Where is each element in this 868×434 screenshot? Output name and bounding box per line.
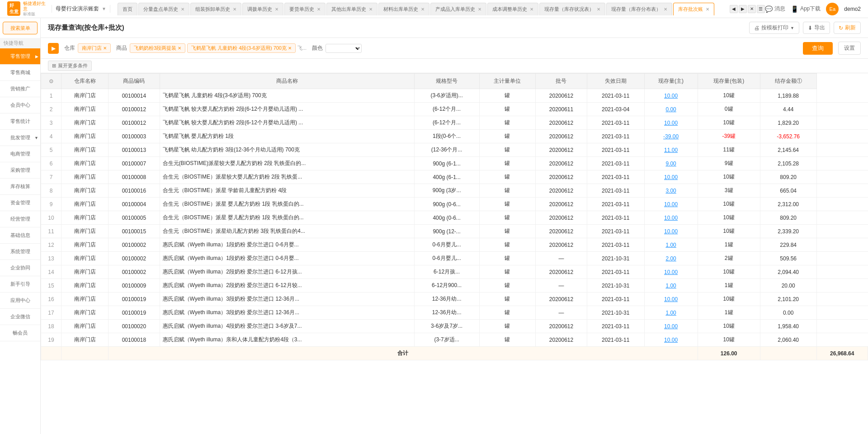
sidebar-item-7[interactable]: 采购管理 [0,162,40,179]
search-menu-btn[interactable]: 搜索菜单 [3,22,38,34]
tab-close-8[interactable]: ✕ [530,7,533,12]
gear-icon[interactable]: ⚙ [49,78,54,85]
tab-5[interactable]: 其他出库单历史✕ [326,3,377,15]
top-selector[interactable]: 母婴行业演示账套 [56,5,99,13]
color-select[interactable] [326,44,362,53]
warehouse-tag-0[interactable]: 南岸门店 ✕ [78,43,111,53]
tab-4[interactable]: 要货单历史✕ [284,3,326,15]
export-btn[interactable]: ⬇ 导出 [803,22,830,34]
cell-3: 合生元（BIOSTIME）派星 学龄前儿童配方奶粉 4段 [160,184,414,198]
search-btn[interactable]: 查询 [803,42,833,55]
cell-8[interactable]: 10.00 [644,211,698,225]
message-btn[interactable]: 💬 消息 [765,5,785,13]
cell-3: 飞鹤星飞帆 婴儿配方奶粉 1段 [160,130,414,143]
expand-more-btn[interactable]: ⊞ 展开更多条件 [48,61,92,71]
cell-8[interactable]: 10.00 [644,265,698,279]
template-print-btn[interactable]: 🖨 按模板打印 ▼ [749,22,799,34]
sidebar-item-16[interactable]: 企业微信 [0,309,40,325]
cell-4: 900g (0-6... [414,198,479,211]
product-label: 商品 [116,44,127,52]
tab-close-6[interactable]: ✕ [421,7,425,12]
cell-8[interactable]: 10.00 [644,320,698,333]
sidebar-item-15[interactable]: 应用中心 [0,292,40,309]
tab-6[interactable]: 材料出库单历史✕ [378,3,429,15]
tab-7[interactable]: 产成品入库单历史✕ [430,3,486,15]
tab-close-2[interactable]: ✕ [233,7,236,12]
warehouse-tag-close-0[interactable]: ✕ [103,46,107,51]
tab-0[interactable]: 首页 [118,3,137,15]
user-avatar[interactable]: Ea [826,3,839,15]
tab-close-10[interactable]: ✕ [664,7,667,12]
cell-8[interactable]: -39.00 [644,130,698,143]
sidebar-item-3[interactable]: 会员中心 [0,97,40,113]
sidebar-item-14[interactable]: 新手引导 [0,276,40,292]
sidebar-item-0[interactable]: 零售管理▶ [0,48,40,65]
cell-8[interactable]: 10.00 [644,198,698,211]
product-tag-1[interactable]: 飞鹤星飞帆 儿童奶粉 4段(3-6岁适用) 700克 ✕ [187,43,296,53]
cell-7: 2021-03-11 [587,130,644,143]
setting-btn[interactable]: 设置 [838,42,861,55]
tab-3[interactable]: 调拨单历史✕ [242,3,283,15]
cell-3: 合生元（BIOSTIME）派星幼儿配方奶粉 3段 乳铁蛋白的4... [160,225,414,238]
app-download-btn[interactable]: 📱 App下载 [791,5,821,13]
tab-close-11[interactable]: ✕ [706,7,709,12]
selector-arrow[interactable]: ▼ [102,6,106,11]
tab-close-9[interactable]: ✕ [597,7,600,12]
cell-8[interactable]: 2.00 [644,252,698,265]
cell-8[interactable]: 0.00 [644,103,698,116]
sidebar-item-1[interactable]: 零售商城 [0,65,40,81]
tab-close-7[interactable]: ✕ [478,7,481,12]
cell-1: 南岸门店 [61,157,108,170]
sidebar-item-10[interactable]: 经营管理 [0,211,40,227]
tab-9[interactable]: 现存量（库存状况表）✕ [539,3,605,15]
cell-8[interactable]: 3.00 [644,184,698,198]
tab-1[interactable]: 分量盘点单历史✕ [138,3,189,15]
cell-8[interactable]: 10.00 [644,89,698,103]
refresh-btn[interactable]: ↻ 刷新 [834,22,861,34]
tab-close-5[interactable]: ✕ [369,7,373,12]
tab-close-4[interactable]: ✕ [317,7,321,12]
cell-8[interactable]: 9.00 [644,157,698,170]
cell-8[interactable]: 10.00 [644,292,698,306]
product-tag-close-0[interactable]: ✕ [178,46,181,51]
table-row: 4南岸门店00100003飞鹤星飞帆 婴儿配方奶粉 1段1段(0-6个...罐2… [41,130,868,143]
cell-8[interactable]: 1.00 [644,238,698,252]
tab-close-3[interactable]: ✕ [275,7,278,12]
tab-11[interactable]: 库存批次账✕ [673,3,714,15]
sidebar-item-9[interactable]: 资金管理 [0,195,40,211]
sidebar-item-12[interactable]: 系统管理 [0,244,40,260]
tab-menu-btn[interactable]: ☰ [757,5,765,13]
sidebar-item-17[interactable]: 畅会员 [0,325,40,341]
sidebar-item-4[interactable]: 零售统计 [0,113,40,130]
cell-8[interactable]: 10.00 [644,170,698,184]
sidebar-item-8[interactable]: 库存核算 [0,179,40,195]
tab-close-1[interactable]: ✕ [181,7,184,12]
cell-8[interactable]: 10.00 [644,225,698,238]
cell-1: 南岸门店 [61,306,108,320]
cell-10: 0.00 [760,306,816,320]
sidebar-item-2[interactable]: 营销推广 [0,81,40,97]
cell-8[interactable]: 1.00 [644,306,698,320]
tab-8[interactable]: 成本调整单历史✕ [487,3,538,15]
cell-8[interactable]: 10.00 [644,116,698,130]
product-tag-close-1[interactable]: ✕ [288,46,292,51]
cell-2: 00100015 [108,225,160,238]
tab-close-btn[interactable]: ✕ [748,5,756,13]
tab-next-btn[interactable]: ▶ [739,5,747,13]
filter-expand-btn[interactable]: ▶ [48,43,59,54]
sidebar-item-11[interactable]: 基础信息 [0,227,40,244]
sidebar-item-13[interactable]: 企业协同 [0,260,40,276]
cell-8[interactable]: 10.00 [644,333,698,347]
username[interactable]: demo2 [844,6,861,12]
cell-8[interactable]: 1.00 [644,279,698,292]
sidebar-item-6[interactable]: 电商管理 [0,146,40,162]
cell-3: 惠氏启赋（Wyeth illuma）1段奶粉 爱尔兰进口 0-6月婴... [160,238,414,252]
cell-0: 8 [41,184,61,198]
tab-prev-btn[interactable]: ◀ [730,5,738,13]
sidebar-item-5[interactable]: 批发管理▼ [0,130,40,146]
product-more[interactable]: 飞... [297,45,307,52]
product-tag-0[interactable]: 飞鹤奶粉3段两提装 ✕ [130,43,185,53]
tab-2[interactable]: 组装拆卸单历史✕ [190,3,241,15]
cell-8[interactable]: 11.00 [644,143,698,157]
tab-10[interactable]: 现存量（库存分布表）✕ [606,3,672,15]
